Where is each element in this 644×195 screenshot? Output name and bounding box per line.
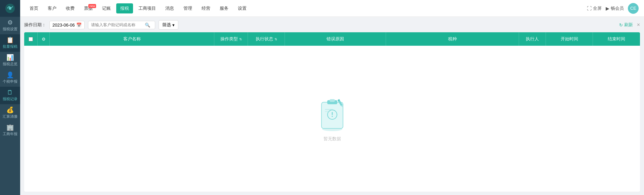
nav-fuwu[interactable]: 服务	[216, 3, 232, 13]
sidebar-item-gongshang-nianbao[interactable]: 🏢 工商年报	[0, 122, 20, 139]
close-button[interactable]: ×	[637, 22, 640, 28]
search-box: 🔍	[88, 21, 155, 29]
svg-point-8	[332, 116, 333, 117]
th-operation-type[interactable]: 操作类型 ⇅	[214, 32, 248, 46]
sort-status-icon: ⇅	[274, 37, 277, 41]
vip-icon: ▶	[606, 6, 609, 11]
date-label: 操作日期：	[24, 22, 46, 28]
nav-baoshui[interactable]: 报税	[116, 3, 133, 13]
svg-rect-7	[332, 112, 333, 115]
avatar[interactable]: CE	[628, 3, 639, 14]
select-all-checkbox[interactable]	[29, 37, 33, 41]
search-input[interactable]	[91, 23, 145, 27]
table-body: 暂无数据	[24, 46, 640, 192]
sidebar-logo	[0, 0, 20, 17]
content-area: 操作日期： 2023-06-06 📅 🔍 筛选 ▾ ↻ 刷新 ×	[20, 17, 644, 195]
records-table: ⚙ 客户名称 操作类型 ⇅ 执行状态 ⇅ 错误原因 税种	[24, 32, 640, 192]
refresh-icon: ↻	[619, 23, 623, 28]
toolbar: 操作日期： 2023-06-06 📅 🔍 筛选 ▾ ↻ 刷新 ×	[24, 20, 640, 30]
sidebar-item-huisuan-jiaona[interactable]: 💰 汇算清缴	[0, 104, 20, 122]
filter-button[interactable]: 筛选 ▾	[159, 20, 178, 30]
sidebar-item-baoshui-jilu[interactable]: 🗒 报税记录	[0, 87, 20, 104]
filter-label: 筛选	[162, 22, 171, 28]
th-executor: 执行人	[519, 32, 546, 46]
column-settings-icon: ⚙	[42, 37, 46, 42]
main-area: 首页 客户 收费 票据 new 记账 报税 工商项目 消息 管理 经营 服务 设…	[20, 0, 644, 195]
nav-jingying[interactable]: 经营	[198, 3, 214, 13]
nav-shezhi[interactable]: 设置	[234, 3, 251, 13]
th-start-time: 开始时间	[546, 32, 593, 46]
batch-tax-icon: 📋	[6, 37, 14, 43]
th-checkbox[interactable]	[24, 32, 38, 46]
th-settings[interactable]: ⚙	[38, 32, 50, 46]
nav-items: 首页 客户 收费 票据 new 记账 报税 工商项目 消息 管理 经营 服务 设…	[26, 3, 587, 13]
svg-point-1	[9, 7, 11, 10]
top-navigation: 首页 客户 收费 票据 new 记账 报税 工商项目 消息 管理 经营 服务 设…	[20, 0, 644, 17]
svg-rect-3	[321, 102, 343, 128]
personal-tax-icon: 👤	[6, 72, 14, 78]
fullscreen-button[interactable]: ⛶ 全屏	[587, 5, 602, 11]
sidebar: ⚙ 报税设置 📋 批量报税 📊 报税总览 👤 个税申报 🗒 报税记录 💰 汇算清…	[0, 0, 20, 195]
th-end-time: 结束时间	[593, 32, 640, 46]
chevron-down-icon: ▾	[172, 23, 175, 28]
nav-shoufei[interactable]: 收费	[62, 3, 79, 13]
fullscreen-icon: ⛶	[587, 6, 592, 11]
calendar-icon: 📅	[76, 23, 82, 28]
nav-guanli[interactable]: 管理	[179, 3, 196, 13]
sidebar-item-piliang-baoshui[interactable]: 📋 批量报税	[0, 34, 20, 52]
nav-jizhang[interactable]: 记账	[98, 3, 115, 13]
refresh-button[interactable]: ↻ 刷新	[619, 22, 633, 28]
table-header: ⚙ 客户名称 操作类型 ⇅ 执行状态 ⇅ 错误原因 税种	[24, 32, 640, 46]
nav-right: ⛶ 全屏 ▶ 畅会员 CE	[587, 3, 639, 14]
record-icon: 🗒	[7, 89, 13, 95]
nav-piaoju[interactable]: 票据 new	[80, 3, 97, 13]
vip-button[interactable]: ▶ 畅会员	[606, 5, 624, 11]
settlement-icon: 💰	[6, 107, 14, 113]
sort-type-icon: ⇅	[239, 37, 242, 41]
new-badge: new	[88, 4, 96, 8]
th-execution-status[interactable]: 执行状态 ⇅	[248, 32, 285, 46]
empty-text: 暂无数据	[324, 136, 341, 142]
empty-illustration	[315, 95, 349, 132]
overview-icon: 📊	[6, 54, 14, 61]
nav-xiaoxi[interactable]: 消息	[161, 3, 178, 13]
th-customer-name: 客户名称	[50, 32, 214, 46]
nav-customer[interactable]: 客户	[44, 3, 60, 13]
search-icon: 🔍	[145, 23, 150, 28]
th-error-reason: 错误原因	[285, 32, 386, 46]
date-picker[interactable]: 2023-06-06 📅	[49, 21, 85, 29]
date-value: 2023-06-06	[52, 23, 75, 28]
svg-rect-9	[325, 109, 333, 110]
annual-report-icon: 🏢	[6, 124, 14, 130]
nav-gongshang[interactable]: 工商项目	[134, 3, 160, 13]
th-tax-type: 税种	[386, 32, 519, 46]
toolbar-right: ↻ 刷新 ×	[619, 22, 640, 28]
nav-homepage[interactable]: 首页	[26, 3, 42, 13]
sidebar-item-geshui-shenbao[interactable]: 👤 个税申报	[0, 69, 20, 87]
sidebar-item-baoshui-zongshu[interactable]: 📊 报税总览	[0, 52, 20, 69]
svg-rect-10	[325, 111, 330, 112]
settings-icon: ⚙	[7, 20, 13, 26]
sidebar-item-baoshui-shezhi[interactable]: ⚙ 报税设置	[0, 17, 20, 34]
empty-state: 暂无数据	[315, 95, 349, 142]
svg-rect-5	[330, 99, 335, 102]
